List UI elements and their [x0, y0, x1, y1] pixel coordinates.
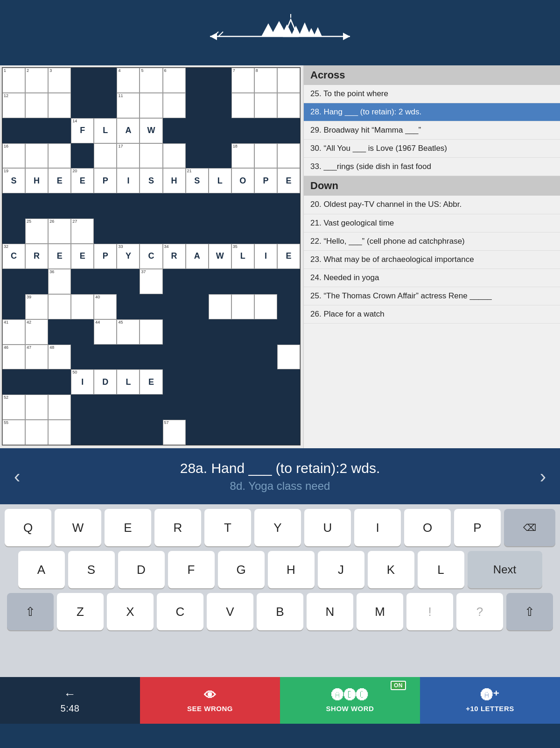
cell-13-3[interactable] [71, 395, 94, 420]
cell-9-0[interactable] [2, 294, 25, 319]
cell-2-10[interactable] [231, 118, 254, 143]
cell-3-0[interactable]: 16 [2, 143, 25, 169]
cell-0-11[interactable]: 8 [254, 68, 277, 93]
cell-2-7[interactable] [163, 118, 186, 143]
cell-12-7[interactable] [163, 369, 186, 395]
cell-7-6[interactable]: C [140, 244, 162, 269]
cell-12-10[interactable] [231, 369, 254, 395]
key-x[interactable]: X [107, 593, 154, 630]
cell-8-5[interactable] [117, 269, 140, 294]
cell-3-10[interactable]: 18 [231, 143, 254, 169]
crossword-grid[interactable]: 12345678121114FLAW16171819SHE20EPISH21SL… [2, 67, 301, 445]
cell-8-7[interactable] [163, 269, 186, 294]
cell-4-12[interactable]: E [277, 168, 300, 193]
cell-13-8[interactable] [186, 395, 209, 420]
cell-4-5[interactable]: I [117, 168, 140, 193]
cell-5-1[interactable] [25, 193, 48, 219]
next-clue-button[interactable]: › [535, 461, 551, 492]
key-u[interactable]: U [304, 509, 351, 546]
key-v[interactable]: V [207, 593, 253, 630]
cell-13-1[interactable] [25, 395, 48, 420]
cell-4-0[interactable]: 19S [2, 168, 25, 193]
cell-12-8[interactable] [186, 369, 209, 395]
key-e[interactable]: E [105, 509, 151, 546]
cell-10-9[interactable] [209, 319, 231, 345]
key-i[interactable]: I [354, 509, 401, 546]
key-y[interactable]: Y [254, 509, 301, 546]
key-m[interactable]: M [357, 593, 403, 630]
cell-6-8[interactable] [186, 219, 209, 244]
cell-5-0[interactable] [2, 193, 25, 219]
key-l[interactable]: L [418, 551, 464, 588]
cell-12-2[interactable] [48, 369, 71, 395]
cell-14-4[interactable] [94, 420, 117, 445]
cell-12-11[interactable] [254, 369, 277, 395]
cell-4-4[interactable]: P [94, 168, 117, 193]
key-n[interactable]: N [307, 593, 353, 630]
cell-2-3[interactable]: 14F [71, 118, 94, 143]
cell-0-10[interactable]: 7 [231, 68, 254, 93]
cell-9-2[interactable] [48, 294, 71, 319]
clue-down-20[interactable]: 20. Oldest pay-TV channel in the US: Abb… [304, 196, 560, 214]
cell-7-0[interactable]: 32C [2, 244, 25, 269]
cell-6-2[interactable]: 26 [48, 219, 71, 244]
cell-9-4[interactable]: 40 [94, 294, 117, 319]
cell-2-1[interactable] [25, 118, 48, 143]
cell-6-9[interactable] [209, 219, 231, 244]
cell-12-5[interactable]: L [117, 369, 140, 395]
cell-8-2[interactable]: 36 [48, 269, 71, 294]
cell-11-7[interactable] [163, 345, 186, 370]
cell-0-7[interactable]: 6 [163, 68, 186, 93]
cell-12-3[interactable]: 50I [71, 369, 94, 395]
cell-12-12[interactable] [277, 369, 300, 395]
show-word-button[interactable]: ON 🅐🅑🅒 SHOW WORD [280, 677, 420, 724]
cell-13-12[interactable] [277, 395, 300, 420]
cell-12-6[interactable]: E [140, 369, 162, 395]
key-question[interactable]: ? [456, 593, 503, 630]
cell-3-8[interactable] [186, 143, 209, 169]
cell-1-11[interactable] [254, 93, 277, 118]
cell-4-1[interactable]: H [25, 168, 48, 193]
cell-1-4[interactable] [94, 93, 117, 118]
cell-4-11[interactable]: P [254, 168, 277, 193]
cell-6-0[interactable] [2, 219, 25, 244]
cell-1-0[interactable]: 12 [2, 93, 25, 118]
cell-11-11[interactable] [254, 345, 277, 370]
prev-clue-button[interactable]: ‹ [9, 461, 25, 492]
cell-6-6[interactable] [140, 219, 162, 244]
cell-1-5[interactable]: 11 [117, 93, 140, 118]
clue-down-25[interactable]: 25. “The Thomas Crown Affair” actress Re… [304, 287, 560, 305]
cell-7-4[interactable]: P [94, 244, 117, 269]
cell-5-9[interactable] [209, 193, 231, 219]
cell-2-8[interactable] [186, 118, 209, 143]
cell-11-8[interactable] [186, 345, 209, 370]
cell-7-12[interactable]: E [277, 244, 300, 269]
cell-13-7[interactable] [163, 395, 186, 420]
key-g[interactable]: G [218, 551, 265, 588]
cell-5-6[interactable] [140, 193, 162, 219]
cell-7-5[interactable]: 33Y [117, 244, 140, 269]
back-button[interactable]: ← 5:48 [0, 677, 140, 724]
key-o[interactable]: O [404, 509, 451, 546]
cell-5-4[interactable] [94, 193, 117, 219]
cell-8-1[interactable] [25, 269, 48, 294]
cell-11-9[interactable] [209, 345, 231, 370]
cell-10-4[interactable]: 44 [94, 319, 117, 345]
shift-right-key[interactable]: ⇧ [506, 593, 553, 630]
cell-3-3[interactable] [71, 143, 94, 169]
cell-10-2[interactable] [48, 319, 71, 345]
cell-7-11[interactable]: I [254, 244, 277, 269]
cell-9-11[interactable] [254, 294, 277, 319]
cell-0-1[interactable]: 2 [25, 68, 48, 93]
clue-down-23[interactable]: 23. What may be of archaeological import… [304, 251, 560, 269]
cell-14-0[interactable]: 55 [2, 420, 25, 445]
cell-2-9[interactable] [209, 118, 231, 143]
cell-14-9[interactable] [209, 420, 231, 445]
cell-13-10[interactable] [231, 395, 254, 420]
cell-1-8[interactable] [186, 93, 209, 118]
cell-2-6[interactable]: W [140, 118, 162, 143]
next-button[interactable]: Next [468, 551, 542, 588]
cell-9-9[interactable] [209, 294, 231, 319]
cell-2-0[interactable] [2, 118, 25, 143]
key-s[interactable]: S [68, 551, 115, 588]
